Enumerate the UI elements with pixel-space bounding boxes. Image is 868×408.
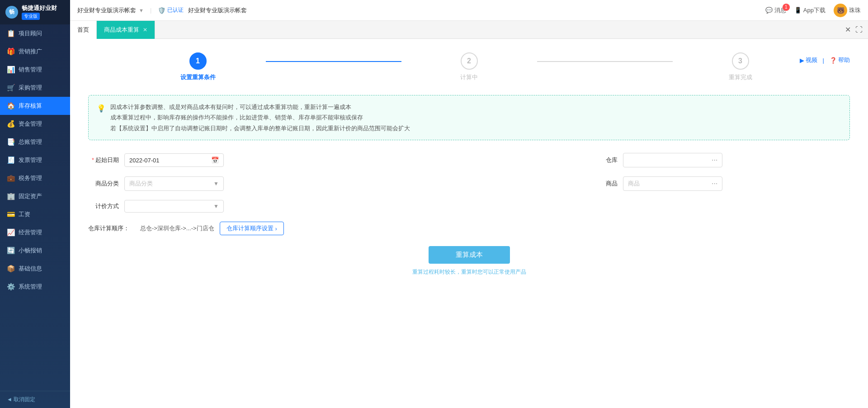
category-field: 商品分类 商品分类 ▼ [88,176,342,191]
sales-icon: 📊 [7,66,15,74]
step-2: 2 计算中 [401,52,537,81]
sidebar-item-sales[interactable]: 📊 销售管理 [0,61,70,79]
step-line-2 [537,61,673,62]
sidebar-item-accounting[interactable]: 📑 总账管理 [0,133,70,151]
sidebar-item-marketing[interactable]: 🎁 营销推广 [0,43,70,61]
sidebar-item-label: 资金管理 [19,120,42,128]
pricing-label: 计价方式 [88,202,124,210]
tab-right-controls: ✕ ⛶ [845,25,868,34]
verified-text: 已认证 [167,6,184,14]
operations-icon: 📈 [7,228,15,237]
category-label: 商品分类 [88,180,124,188]
unpin-label: ◄ 取消固定 [7,396,35,403]
sidebar-item-finance[interactable]: 💰 资金管理 [0,115,70,133]
app-download-button[interactable]: 📱 App下载 [794,6,826,14]
sidebar-item-system[interactable]: ⚙️ 系统管理 [0,278,70,296]
sidebar-item-label: 库存核算 [19,102,42,110]
chevron-down-icon: ▼ [139,8,144,13]
company-select-value: 好业财专业版演示帐套 [77,6,136,14]
invoice-icon: 🧾 [7,156,15,164]
user-name: 珠珠 [849,6,861,14]
info-box: 💡 因成本计算参数调整、或是对商品成本有疑问时，可以通过成本重算功能，重新计算一… [88,95,850,140]
sidebar-item-label: 税务管理 [19,174,42,182]
warehouse-more-icon[interactable]: ··· [712,156,717,164]
sidebar-item-basic[interactable]: 📦 基础信息 [0,260,70,278]
product-input[interactable]: 商品 ··· [623,176,722,191]
info-line-1: 因成本计算参数调整、或是对商品成本有疑问时，可以通过成本重算功能，重新计算一遍成… [110,102,410,112]
product-more-icon[interactable]: ··· [712,180,717,188]
tabbar: 首页 商品成本重算 ✕ ✕ ⛶ [70,21,868,39]
content-area: 1 设置重算条件 2 计算中 3 重算完成 ▶ 视频 [70,39,868,408]
video-help-link[interactable]: ▶ 视频 [800,56,817,64]
assets-icon: 🏢 [7,192,15,200]
info-line-3: 若【系统设置】中启用了自动调整记账日期时，会调整入库单的整单记账日期，因此重新计… [110,123,410,133]
start-date-input[interactable]: 2022-07-01 📅 [124,153,224,167]
project-icon: 📋 [7,29,15,38]
sidebar-item-operations[interactable]: 📈 经营管理 [0,223,70,242]
start-date-label: 起始日期 [88,156,124,164]
sidebar-item-invoice[interactable]: 🧾 发票管理 [0,151,70,169]
company-name: 好业财专业版演示帐套 [188,6,247,14]
tab-home[interactable]: 首页 [70,21,97,39]
logo-edition: 专业版 [22,13,40,20]
sidebar-item-purchase[interactable]: 🛒 采购管理 [0,79,70,97]
close-window-icon[interactable]: ✕ [845,25,851,34]
recalc-hint: 重算过程耗时较长，重算时您可以正常使用产品 [412,268,526,276]
sidebar-item-salary[interactable]: 💳 工资 [0,205,70,223]
mobile-icon: 📱 [794,7,802,14]
system-icon: ⚙️ [7,283,15,291]
sidebar-item-assets[interactable]: 🏢 固定资产 [0,187,70,205]
form-row-1: 起始日期 2022-07-01 📅 仓库 ··· [88,153,850,167]
help-link[interactable]: ❓ 帮助 [830,56,850,64]
product-placeholder: 商品 [628,180,640,188]
help-icon: ❓ [830,57,837,64]
sidebar-item-inventory[interactable]: 🏠 库存核算 [0,97,70,115]
tab-home-label: 首页 [77,26,89,34]
topbar: 好业财专业版演示帐套 ▼ | 🛡️ 已认证 好业财专业版演示帐套 💬 消息 1 … [70,0,868,21]
inventory-icon: 🏠 [7,102,15,110]
avatar: 🐻 [834,4,847,17]
message-badge: 1 [783,4,790,11]
tab-cost-recalc[interactable]: 商品成本重算 ✕ [97,21,155,39]
sidebar-item-expense[interactable]: 🔄 小畅报销 [0,242,70,260]
shield-icon: 🛡️ [158,7,165,14]
warehouse-order-value: 总仓->深圳仓库->...->门店仓 [140,224,214,232]
sidebar-item-label: 销售管理 [19,66,42,74]
recalc-button[interactable]: 重算成本 [429,246,510,264]
sidebar-logo: 畅 畅捷通好业财 专业版 [0,0,70,24]
user-avatar[interactable]: 🐻 珠珠 [834,4,861,17]
play-icon: ▶ [800,57,804,64]
main-area: 好业财专业版演示帐套 ▼ | 🛡️ 已认证 好业财专业版演示帐套 💬 消息 1 … [70,0,868,408]
step-3-label: 重算完成 [729,73,752,81]
expand-icon[interactable]: ⛶ [855,26,863,34]
step-2-circle: 2 [461,52,478,70]
recalc-btn-label: 重算成本 [456,251,483,258]
finance-icon: 💰 [7,120,15,128]
pricing-row: 计价方式 ▼ [88,200,850,213]
warehouse-order-row: 仓库计算顺序： 总仓->深圳仓库->...->门店仓 仓库计算顺序设置 › [88,222,850,235]
calendar-icon[interactable]: 📅 [211,157,219,164]
stepper: 1 设置重算条件 2 计算中 3 重算完成 ▶ 视频 [88,52,850,81]
step-1-circle: 1 [189,52,207,70]
sidebar-item-label: 基础信息 [19,265,42,273]
logo-icon: 畅 [5,6,18,19]
category-select[interactable]: 商品分类 ▼ [124,176,224,191]
basic-icon: 📦 [7,265,15,273]
sidebar-item-tax[interactable]: 💼 税务管理 [0,169,70,187]
purchase-icon: 🛒 [7,84,15,92]
pricing-select[interactable]: ▼ [124,200,224,213]
message-button[interactable]: 💬 消息 1 [765,6,786,14]
sidebar-item-project[interactable]: 📋 项目顾问 [0,24,70,43]
sidebar-unpin-button[interactable]: ◄ 取消固定 [0,391,70,408]
company-selector[interactable]: 好业财专业版演示帐套 ▼ [77,6,144,14]
warehouse-order-settings-button[interactable]: 仓库计算顺序设置 › [220,222,284,235]
step-1-label: 设置重算条件 [180,73,216,81]
sidebar-item-label: 总账管理 [19,138,42,146]
tab-close-icon[interactable]: ✕ [143,27,147,33]
tab-cost-recalc-label: 商品成本重算 [104,26,139,34]
sidebar-item-label: 项目顾问 [19,29,42,38]
info-line-2: 成本重算过程中，影响库存账的操作均不能操作，比如进货单、销货单、库存单据不能审核… [110,112,410,123]
sidebar-item-label: 采购管理 [19,84,42,92]
warehouse-input[interactable]: ··· [623,153,722,167]
start-date-field: 起始日期 2022-07-01 📅 [88,153,342,167]
